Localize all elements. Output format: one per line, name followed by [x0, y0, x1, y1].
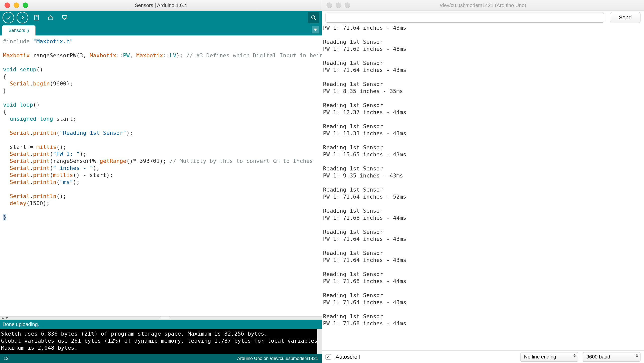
code-editor[interactable]: #include "Maxbotix.h" Maxbotix rangeSens…: [0, 35, 322, 316]
monitor-title: /dev/cu.usbmodem1421 (Arduino Uno): [322, 3, 644, 8]
editor-footer: 12 Arduino Uno on /dev/cu.usbmodem1421: [0, 354, 322, 363]
serial-output[interactable]: PW 1: 71.64 inches - 43ms Reading 1st Se…: [322, 24, 644, 350]
send-button[interactable]: Send: [610, 12, 640, 23]
zoom-icon[interactable]: [345, 3, 350, 8]
zoom-icon[interactable]: [23, 3, 28, 8]
editor-title: Sensors | Arduino 1.6.4: [0, 3, 322, 8]
editor-toolbar: [0, 11, 322, 24]
upload-button[interactable]: [17, 12, 28, 23]
tab-label: Sensors §: [9, 28, 29, 33]
verify-button[interactable]: [3, 12, 14, 23]
minimize-icon[interactable]: [14, 3, 19, 8]
arduino-ide-window: Sensors | Arduino 1.6.4 Sensors § #inclu…: [0, 0, 322, 363]
svg-line-4: [314, 19, 316, 20]
svg-rect-1: [48, 17, 53, 20]
tab-menu-button[interactable]: [312, 26, 319, 33]
monitor-send-bar: Send: [322, 11, 644, 24]
editor-tabstrip: Sensors §: [0, 24, 322, 35]
monitor-titlebar[interactable]: /dev/cu.usbmodem1421 (Arduino Uno): [322, 0, 644, 11]
close-icon[interactable]: [5, 3, 10, 8]
board-port: Arduino Uno on /dev/cu.usbmodem1421: [237, 356, 318, 361]
serial-input[interactable]: [326, 13, 604, 23]
open-sketch-button[interactable]: [45, 12, 56, 23]
console-scrollbar[interactable]: [317, 329, 322, 354]
monitor-footer: ✓ Autoscroll No line ending 9600 baud: [322, 350, 644, 363]
autoscroll-label: Autoscroll: [336, 354, 360, 360]
serial-monitor-button[interactable]: [308, 12, 319, 23]
tab-sensors[interactable]: Sensors §: [2, 25, 35, 35]
new-sketch-button[interactable]: [31, 12, 42, 23]
editor-titlebar[interactable]: Sensors | Arduino 1.6.4: [0, 0, 322, 11]
save-sketch-button[interactable]: [59, 12, 70, 23]
line-ending-select[interactable]: No line ending: [520, 352, 578, 362]
minimize-icon[interactable]: [336, 3, 341, 8]
cursor-line: 12: [4, 356, 9, 361]
autoscroll-checkbox[interactable]: ✓: [326, 354, 331, 360]
serial-monitor-window: /dev/cu.usbmodem1421 (Arduino Uno) Send …: [322, 0, 644, 363]
console-splitter[interactable]: [0, 316, 322, 320]
baud-select[interactable]: 9600 baud: [583, 352, 640, 362]
status-text: Done uploading.: [3, 322, 39, 327]
build-console[interactable]: Sketch uses 6,836 bytes (21%) of program…: [0, 329, 317, 354]
close-icon[interactable]: [327, 3, 332, 8]
svg-marker-5: [314, 29, 317, 31]
svg-point-3: [311, 16, 315, 19]
svg-rect-2: [62, 15, 67, 18]
status-bar: Done uploading.: [0, 320, 322, 329]
